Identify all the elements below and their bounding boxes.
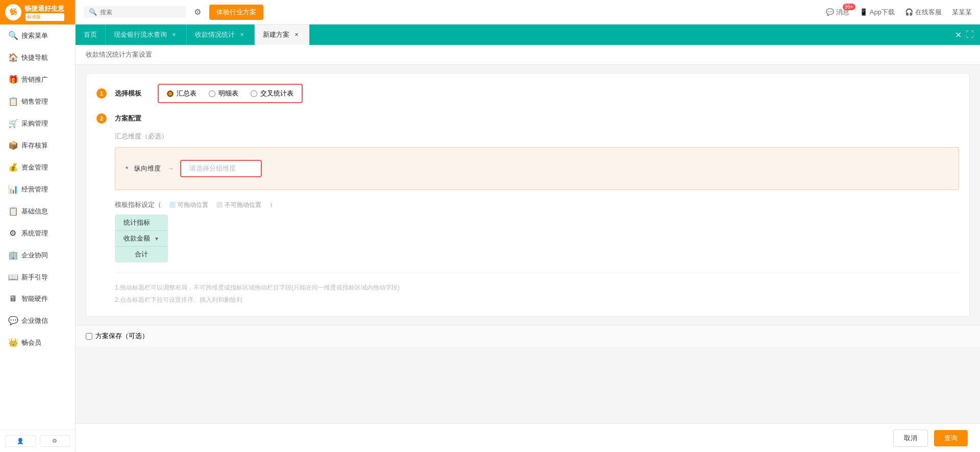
- metrics-chevron-icon[interactable]: ▼: [154, 236, 159, 242]
- step1-label: 选择模板: [115, 89, 141, 98]
- settings-gear-icon[interactable]: ⚙: [194, 7, 201, 17]
- option-cross[interactable]: 交叉统计表: [251, 89, 293, 98]
- metrics-header: 模板指标设定（ 可拖动位置 不可拖动位置 ）: [115, 200, 959, 209]
- option-summary[interactable]: 汇总表: [167, 89, 197, 98]
- sidebar-item-label: 库存核算: [21, 141, 48, 150]
- tips-text: 1.拖动标题栏可以调整布局，不可跨维度或指标区域拖动栏目字段(只能在同一维度或指…: [115, 281, 959, 306]
- query-button[interactable]: 查询: [934, 430, 968, 446]
- sidebar-item-wechat[interactable]: 💬 企业微信: [0, 310, 75, 331]
- template-options-group: 汇总表 明细表 交叉统计表: [158, 84, 303, 103]
- user-name: 某某某: [952, 8, 972, 17]
- sidebar-item-system[interactable]: ⚙ 系统管理: [0, 222, 75, 244]
- operation-icon: 📊: [8, 184, 17, 194]
- save-option-label: 方案保存（可选）: [95, 331, 149, 341]
- sidebar-item-operation[interactable]: 📊 经营管理: [0, 178, 75, 200]
- hardware-icon: 🖥: [8, 294, 17, 303]
- close-tab-btn[interactable]: ✕: [955, 30, 962, 40]
- topbar-search-box[interactable]: 🔍: [84, 6, 186, 18]
- sidebar-item-label: 经营管理: [21, 185, 48, 194]
- page-header-title: 收款情况统计方案设置: [86, 51, 152, 58]
- sidebar-item-inventory[interactable]: 📦 库存核算: [0, 134, 75, 156]
- sidebar-item-label: 营销推广: [21, 75, 48, 84]
- dimension-placeholder: 请选择分组维度: [189, 164, 236, 172]
- sidebar-item-label: 销售管理: [21, 97, 48, 106]
- dimension-title: 汇总维度（必选）: [115, 132, 959, 141]
- wechat-icon: 💬: [8, 316, 17, 325]
- sidebar-item-label: 新手引导: [21, 273, 48, 282]
- gift-icon: 🎁: [8, 75, 17, 84]
- tab-home[interactable]: 首页: [76, 25, 106, 45]
- sidebar-item-basic-info[interactable]: 📋 基础信息: [0, 200, 75, 222]
- option-detail[interactable]: 明细表: [209, 89, 238, 98]
- tab-bank-flow-label: 现金银行流水查询: [114, 30, 167, 39]
- search-input[interactable]: [100, 9, 177, 16]
- online-service-link[interactable]: 🎧 在线客服: [905, 8, 942, 17]
- sidebar-item-label: 畅会员: [21, 338, 41, 347]
- maximize-btn[interactable]: ⛶: [966, 30, 974, 39]
- notification-button[interactable]: 💬 消息 99+: [826, 8, 849, 17]
- page-body: 1 选择模板 汇总表 明细表 交叉统计表: [76, 65, 980, 325]
- dimension-selector[interactable]: 请选择分组维度: [180, 160, 262, 177]
- tab-receipt-stats[interactable]: 收款情况统计 ×: [187, 25, 255, 45]
- sidebar-footer-settings-btn[interactable]: ⚙: [40, 435, 70, 447]
- option-detail-label: 明细表: [218, 89, 238, 98]
- radio-summary[interactable]: [167, 90, 174, 97]
- sidebar-item-enterprise[interactable]: 🏢 企业协同: [0, 244, 75, 266]
- tab-bank-flow-close[interactable]: ×: [170, 31, 178, 39]
- member-icon: 👑: [8, 338, 17, 347]
- sidebar-nav: 🔍 搜索菜单 🏠 快捷导航 🎁 营销推广 📋 销售管理 🛒 采购管理 📦 库存核…: [0, 25, 75, 430]
- sidebar-item-quick-nav[interactable]: 🏠 快捷导航: [0, 46, 75, 68]
- page-content: 收款情况统计方案设置 1 选择模板 汇总表 明细表: [76, 45, 980, 423]
- dimension-row: * 纵向维度 → 请选择分组维度: [126, 160, 948, 177]
- sidebar-item-guide[interactable]: 📖 新手引导: [0, 266, 75, 288]
- finance-icon: 💰: [8, 162, 17, 172]
- inventory-icon: 📦: [8, 140, 17, 150]
- tab-new-plan[interactable]: 新建方案 ×: [255, 25, 309, 45]
- topbar: 🔍 ⚙ 体验行业方案 💬 消息 99+ 📱 App下载 🎧 在线客服 某某某: [76, 0, 980, 25]
- option-cross-label: 交叉统计表: [260, 89, 293, 98]
- main-card: 1 选择模板 汇总表 明细表 交叉统计表: [86, 73, 970, 317]
- download-icon: 📱: [860, 8, 868, 16]
- config-section: 汇总维度（必选） * 纵向维度 → 请选择分组维度: [96, 132, 959, 306]
- metrics-table: 统计指标 收款金额 ▼ 合计: [115, 215, 168, 263]
- sidebar-item-label: 快捷导航: [21, 53, 48, 62]
- sidebar-item-label: 企业协同: [21, 251, 48, 260]
- topbar-right: 💬 消息 99+ 📱 App下载 🎧 在线客服 某某某: [826, 8, 972, 17]
- app-download-link[interactable]: 📱 App下载: [860, 8, 895, 17]
- radio-cross[interactable]: [251, 90, 257, 97]
- step1-row: 1 选择模板 汇总表 明细表 交叉统计表: [96, 84, 959, 103]
- sidebar-footer-user-btn[interactable]: 👤: [5, 435, 36, 447]
- radio-detail[interactable]: [209, 90, 215, 97]
- logo-text: 畅捷通好生意: [24, 4, 64, 13]
- dimension-title-text: 汇总维度（必选）: [115, 132, 168, 140]
- sidebar-item-label: 智能硬件: [21, 294, 48, 303]
- hint-nodrag-dot: [216, 202, 223, 208]
- option-summary-label: 汇总表: [177, 89, 197, 98]
- message-icon: 💬: [826, 8, 834, 16]
- sidebar-item-finance[interactable]: 💰 资金管理: [0, 156, 75, 178]
- sidebar: 畅 畅捷通好生意 标准版 🔍 搜索菜单 🏠 快捷导航 🎁 营销推广 📋 销售管理…: [0, 0, 76, 452]
- cancel-button[interactable]: 取消: [893, 430, 928, 447]
- tab-receipt-stats-close[interactable]: ×: [238, 31, 246, 39]
- sidebar-item-label: 采购管理: [21, 119, 48, 128]
- sidebar-item-label: 企业微信: [21, 316, 48, 325]
- vertical-dimension-label: 纵向维度: [134, 164, 161, 173]
- sidebar-item-purchase[interactable]: 🛒 采购管理: [0, 112, 75, 134]
- sidebar-item-search-menu[interactable]: 🔍 搜索菜单: [0, 25, 75, 46]
- sidebar-item-hardware[interactable]: 🖥 智能硬件: [0, 288, 75, 310]
- sidebar-item-marketing[interactable]: 🎁 营销推广: [0, 68, 75, 90]
- sidebar-item-member[interactable]: 👑 畅会员: [0, 331, 75, 353]
- save-option[interactable]: 方案保存（可选）: [86, 331, 149, 341]
- save-checkbox-input[interactable]: [86, 333, 92, 340]
- sidebar-item-sales[interactable]: 📋 销售管理: [0, 90, 75, 112]
- metrics-hint: 可拖动位置 不可拖动位置 ）: [169, 201, 276, 209]
- tab-new-plan-close[interactable]: ×: [292, 31, 301, 39]
- tab-bank-flow[interactable]: 现金银行流水查询 ×: [106, 25, 187, 45]
- page-footer: 方案保存（可选）: [76, 325, 980, 347]
- sidebar-item-label: 搜索菜单: [21, 31, 48, 40]
- sidebar-footer: 👤 ⚙: [0, 430, 75, 452]
- page-header: 收款情况统计方案设置: [76, 45, 980, 65]
- hint-nodrag-item: 不可拖动位置: [216, 201, 261, 209]
- trial-button[interactable]: 体验行业方案: [209, 5, 263, 20]
- metrics-subheader-row[interactable]: 收款金额 ▼: [115, 230, 167, 246]
